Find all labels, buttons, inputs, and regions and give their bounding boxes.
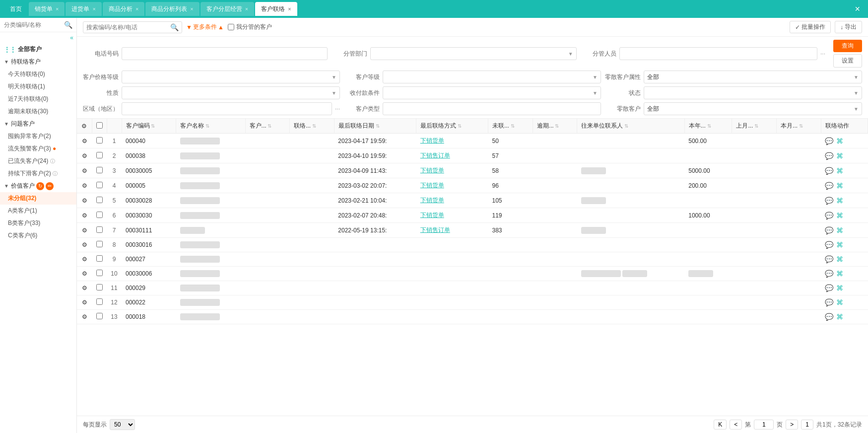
row-settings[interactable]: ⚙ [77,281,92,295]
contact-method-link[interactable]: 下销货单 [420,137,444,144]
apps-icon[interactable]: ⌘ [836,212,843,219]
refresh-icon[interactable]: ↻ [36,182,44,190]
row-checkbox[interactable] [96,212,103,218]
apps-icon[interactable]: ⌘ [836,270,843,278]
sidebar-item-overdue-pending[interactable]: 逾期未联络(30) [0,105,76,118]
last-contact-date-column-header[interactable]: 最后联络日期 [334,119,416,134]
customer-level-select[interactable]: ▼ [383,71,601,83]
sidebar-group-pending[interactable]: ▼ 待联络客户 [0,56,76,68]
row-settings[interactable]: ⚙ [77,178,92,193]
page-size-select[interactable]: 50 100 [110,419,135,430]
chat-icon[interactable]: 💬 [825,284,833,292]
chat-icon[interactable]: 💬 [825,298,833,306]
dept-select[interactable]: ▼ [370,47,576,60]
row-settings[interactable]: ⚙ [77,252,92,267]
type-column-header[interactable]: 客户... [245,119,290,134]
reset-button[interactable]: 设置 [833,54,862,68]
person-dots-icon[interactable]: ··· [820,50,825,57]
row-checkbox[interactable] [96,298,103,305]
search-icon[interactable]: 🔍 [170,23,179,31]
sidebar-collapse-button[interactable]: « [0,32,76,43]
chat-icon[interactable]: 💬 [825,197,833,205]
apps-icon[interactable]: ⌘ [836,152,843,160]
payment-select[interactable]: ▼ [383,86,601,99]
row-settings[interactable]: ⚙ [77,208,92,223]
row-checkbox[interactable] [96,241,103,247]
unit-contact-column-header[interactable]: 往来单位联系人 [577,119,685,134]
sidebar-group-problem[interactable]: ▼ 问题客户 [0,118,76,130]
more-conditions-button[interactable]: ▼ 更多条件 ▲ [186,23,224,31]
sidebar-item-class-c[interactable]: C类客户(6) [0,229,76,242]
last-page-button[interactable]: 1 [801,420,813,430]
row-checkbox[interactable] [96,226,103,233]
next-page-button[interactable]: > [786,420,798,430]
person-input[interactable] [619,47,817,60]
query-button[interactable]: 查询 [833,40,862,52]
prev-page-button[interactable]: < [730,420,742,430]
row-settings[interactable]: ⚙ [77,310,92,324]
retail-attr-select[interactable]: 全部 ▼ [644,71,862,83]
retail-customer-select[interactable]: 全部 ▼ [644,102,862,115]
chat-icon[interactable]: 💬 [825,270,833,278]
apps-icon[interactable]: ⌘ [836,313,843,321]
close-purchase-icon[interactable]: × [92,6,95,12]
row-settings[interactable]: ⚙ [77,193,92,208]
first-page-button[interactable]: K [714,420,727,430]
contact-method-link[interactable]: 下销售订单 [420,152,450,159]
close-customer-contact-icon[interactable]: × [288,6,291,12]
close-product-list-icon[interactable]: × [190,6,193,12]
sidebar-group-value[interactable]: ▼ 价值客户 ↻ ✏ [0,180,76,192]
row-checkbox[interactable] [96,255,103,262]
edit-icon[interactable]: ✏ [46,182,54,190]
last-contact-method-column-header[interactable]: 最后联络方式 [416,119,488,134]
region-input[interactable] [122,102,332,115]
chat-icon[interactable]: 💬 [825,137,833,145]
contact-method-link[interactable]: 下销货单 [420,197,444,204]
export-button[interactable]: ↓ 导出 [835,21,862,33]
contact-method-link[interactable]: 下销售订单 [420,226,450,233]
batch-operations-button[interactable]: ✓ 批量操作 [790,21,831,33]
chat-icon[interactable]: 💬 [825,226,833,234]
close-sales-icon[interactable]: × [56,6,59,12]
chat-icon[interactable]: 💬 [825,212,833,219]
customer-type-select[interactable] [383,102,601,115]
overdue-column-header[interactable]: 逾期... [533,119,577,134]
row-checkbox[interactable] [96,313,103,319]
apps-icon[interactable]: ⌘ [836,182,843,190]
row-checkbox[interactable] [96,182,103,188]
phone-input[interactable] [122,47,328,60]
chat-icon[interactable]: 💬 [825,313,833,321]
sidebar-item-churned[interactable]: 已流失客户(24) ⓘ [0,155,76,167]
sidebar-item-class-b[interactable]: B类客户(33) [0,217,76,229]
last-month-column-header[interactable]: 上月... [732,119,777,134]
sidebar-item-tomorrow-pending[interactable]: 明天待联络(1) [0,80,76,93]
apps-icon[interactable]: ⌘ [836,197,843,205]
tab-purchase[interactable]: 进货单 × [66,2,101,16]
sidebar-item-churn-warning[interactable]: 流失预警客户(3) ● [0,143,76,155]
row-settings[interactable]: ⚙ [77,148,92,163]
row-settings[interactable]: ⚙ [77,134,92,148]
settings-column-header[interactable]: ⚙ [77,119,92,134]
row-checkbox[interactable] [96,270,103,276]
chat-icon[interactable]: 💬 [825,241,833,249]
tab-product-list[interactable]: 商品分析列表 × [145,2,199,16]
apps-icon[interactable]: ⌘ [836,241,843,249]
sidebar-item-ungrouped[interactable]: 未分组(32) [0,192,76,205]
close-product-analysis-icon[interactable]: × [135,6,138,12]
chat-icon[interactable]: 💬 [825,182,833,190]
sidebar-item-declining[interactable]: 持续下滑客户(2) ⓘ [0,167,76,180]
this-month-column-header[interactable]: 本月... [777,119,821,134]
region-dots-icon[interactable]: ··· [335,105,340,112]
row-checkbox[interactable] [96,197,103,203]
contact-method-link[interactable]: 下销货单 [420,167,444,174]
sidebar-item-hoarding-abnormal[interactable]: 囤购异常客户(2) [0,130,76,143]
my-customers-checkbox[interactable] [228,24,234,30]
tab-product-analysis[interactable]: 商品分析 × [103,2,144,16]
row-settings[interactable]: ⚙ [77,267,92,281]
chat-icon[interactable]: 💬 [825,255,833,263]
row-checkbox[interactable] [96,284,103,290]
contact-column-header[interactable]: 联络... [290,119,334,134]
status-select[interactable]: ▼ [644,86,862,99]
close-customer-tier-icon[interactable]: × [245,6,248,12]
tab-sales[interactable]: 销货单 × [29,2,65,16]
